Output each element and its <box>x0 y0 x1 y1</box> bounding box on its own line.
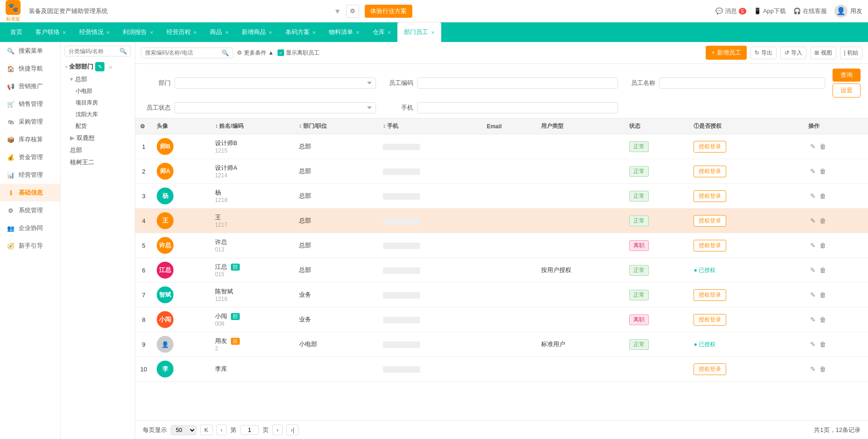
sidebar-item-基础信息[interactable]: ℹ基础信息 <box>0 184 60 202</box>
nav-tab-条码方案[interactable]: 条码方案 × <box>279 22 323 42</box>
row-auth-cell[interactable]: 已授权 <box>689 332 783 357</box>
view-button[interactable]: ⊞ 视图 <box>810 47 836 59</box>
delete-button[interactable]: 🗑 <box>818 216 828 225</box>
tab-close-icon[interactable]: × <box>194 29 197 36</box>
nav-tab-首页[interactable]: 首页 <box>4 22 29 42</box>
edit-button[interactable]: ✎ <box>808 290 818 300</box>
nav-tab-商品[interactable]: 商品 × <box>203 22 235 42</box>
phone-input[interactable] <box>417 102 618 113</box>
dept-node-shuangluxiang[interactable]: ▶双鹿想 <box>64 132 131 144</box>
sidebar-item-快捷导航[interactable]: 🏠快捷导航 <box>0 60 60 77</box>
auth-login-button[interactable]: 授权登录 <box>694 289 726 301</box>
tab-close-icon[interactable]: × <box>356 29 360 36</box>
sidebar-item-销售管理[interactable]: 🛒销售管理 <box>0 95 60 113</box>
row-auth-cell[interactable]: 授权登录 <box>689 159 783 184</box>
delete-button[interactable]: 🗑 <box>818 142 828 151</box>
user-info[interactable]: 👤 用友 <box>834 5 862 18</box>
row-auth-cell[interactable]: 已授权 <box>689 258 783 283</box>
tab-close-icon[interactable]: × <box>150 29 153 36</box>
add-employee-button[interactable]: + 新增员工 <box>706 46 746 60</box>
page-size-select[interactable]: 102050100 <box>171 425 196 435</box>
nav-tab-客户联络[interactable]: 客户联络 × <box>29 22 73 42</box>
col-dept[interactable]: ↕ 部门/职位 <box>294 118 378 134</box>
dept-all-header[interactable]: ▪ 全部部门 ✎ « <box>64 60 131 73</box>
delete-button[interactable]: 🗑 <box>818 265 828 275</box>
auth-login-button[interactable]: 授权登录 <box>694 240 726 251</box>
edit-button[interactable]: ✎ <box>808 265 818 275</box>
dept-node-peihuo[interactable]: 配货 <box>70 120 131 132</box>
nav-tab-利润报告[interactable]: 利润报告 × <box>116 22 160 42</box>
sidebar-item-企业协同[interactable]: 👥企业协同 <box>0 219 60 237</box>
nav-tab-新增商品[interactable]: 新增商品 × <box>235 22 279 42</box>
dept-edit-icon[interactable]: ✎ <box>95 62 104 71</box>
sidebar-item-新手引导[interactable]: 🧭新手引导 <box>0 237 60 255</box>
delete-button[interactable]: 🗑 <box>818 167 828 176</box>
current-page-input[interactable] <box>240 425 259 435</box>
auth-login-button[interactable]: 授权登录 <box>694 363 726 375</box>
tab-close-icon[interactable]: × <box>106 29 110 36</box>
delete-button[interactable]: 🗑 <box>818 241 828 250</box>
col-settings[interactable]: ⚙ <box>135 118 152 134</box>
edit-button[interactable]: ✎ <box>808 315 818 324</box>
col-phone[interactable]: ↕ 手机 <box>378 118 482 134</box>
next-page-btn[interactable]: › <box>272 425 283 435</box>
dept-node-shenyang[interactable]: 沈阳大库 <box>70 109 131 120</box>
dept-filter-select[interactable] <box>174 77 376 89</box>
auth-login-button[interactable]: 授权登录 <box>694 314 726 326</box>
col-name[interactable]: ↕ 姓名/编码 <box>210 118 294 134</box>
delete-button[interactable]: 🗑 <box>818 364 828 374</box>
row-auth-cell[interactable]: 授权登录 <box>689 134 783 159</box>
delete-button[interactable]: 🗑 <box>818 290 828 300</box>
dept-node-zongbu2[interactable]: 总部 <box>64 144 131 156</box>
query-button[interactable]: 查询 <box>833 69 861 82</box>
settings-view-btn[interactable]: | 初始 <box>840 47 862 59</box>
emp-status-select[interactable] <box>174 102 376 113</box>
row-auth-cell[interactable]: 授权登录 <box>689 307 783 332</box>
nav-tab-经营情况[interactable]: 经营情况 × <box>73 22 117 42</box>
dept-node-zongbu-root[interactable]: ▾总部 <box>64 73 131 85</box>
show-resigned-toggle[interactable]: ✓ 显示离职员工 <box>278 49 319 57</box>
set-button[interactable]: 设置 <box>833 84 861 98</box>
last-page-btn[interactable]: ›| <box>286 425 299 435</box>
nav-tab-仓库[interactable]: 仓库 × <box>366 22 398 42</box>
first-page-btn[interactable]: K <box>200 425 213 435</box>
nav-tab-经营历程[interactable]: 经营历程 × <box>160 22 204 42</box>
sidebar-item-采购管理[interactable]: 🛍采购管理 <box>0 113 60 131</box>
app-download-button[interactable]: 📱 App下载 <box>754 7 786 15</box>
delete-button[interactable]: 🗑 <box>818 340 828 349</box>
auth-login-button[interactable]: 授权登录 <box>694 190 726 202</box>
trial-button[interactable]: 体验行业方案 <box>365 5 412 18</box>
dept-node-zhishu[interactable]: 植树王二 <box>64 156 131 168</box>
dept-collapse-icon[interactable]: « <box>106 63 115 71</box>
edit-button[interactable]: ✎ <box>808 191 818 201</box>
dept-node-xiaodianbu[interactable]: 小电部 <box>70 85 131 97</box>
emp-search-box[interactable]: 🔍 <box>141 48 233 58</box>
more-conditions-btn[interactable]: ⚙ 更多条件 ▲ <box>237 49 274 57</box>
import-button[interactable]: ↺ 导入 <box>780 47 806 59</box>
tab-close-icon[interactable]: × <box>388 29 391 36</box>
prev-page-btn[interactable]: ‹ <box>216 425 227 435</box>
export-button[interactable]: ↻ 导出 <box>750 47 777 59</box>
sidebar-item-营销推广[interactable]: 📢营销推广 <box>0 77 60 95</box>
logo-area[interactable]: 🐾 标准版 <box>6 0 21 22</box>
row-auth-cell[interactable]: 授权登录 <box>689 233 783 258</box>
dept-node-xiangmukufang[interactable]: 项目库房 <box>70 97 131 109</box>
tab-close-icon[interactable]: × <box>269 29 272 36</box>
row-auth-cell[interactable]: 授权登录 <box>689 357 783 382</box>
edit-button[interactable]: ✎ <box>808 142 818 151</box>
tab-close-icon[interactable]: × <box>62 29 66 36</box>
system-dropdown-icon[interactable]: ▾ <box>335 6 340 16</box>
edit-button[interactable]: ✎ <box>808 216 818 225</box>
dept-search-box[interactable]: 🔍 <box>64 46 131 56</box>
tab-close-icon[interactable]: × <box>312 29 316 36</box>
tab-close-icon[interactable]: × <box>225 29 229 36</box>
nav-tab-物料清单[interactable]: 物料清单 × <box>322 22 366 42</box>
sidebar-item-系统管理[interactable]: ⚙系统管理 <box>0 202 60 219</box>
row-auth-cell[interactable]: 授权登录 <box>689 184 783 209</box>
emp-code-input[interactable] <box>417 77 618 89</box>
gear-button[interactable]: ⚙ <box>346 5 359 18</box>
auth-login-button[interactable]: 授权登录 <box>694 215 726 227</box>
delete-button[interactable]: 🗑 <box>818 191 828 201</box>
nav-tab-部门员工[interactable]: 部门员工 × <box>397 22 441 42</box>
sidebar-item-库存核算[interactable]: 📦库存核算 <box>0 131 60 148</box>
